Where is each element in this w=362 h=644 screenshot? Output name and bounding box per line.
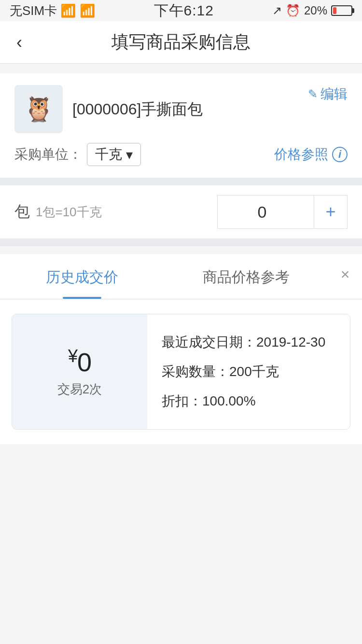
unit-package-icon: 包 <box>14 201 30 223</box>
carrier-text: 无SIM卡 📶 <box>10 2 76 19</box>
product-image: 🦉 <box>14 85 63 133</box>
price-ref-button[interactable]: 价格参照 i <box>274 145 348 164</box>
status-left: 无SIM卡 📶 📶 <box>10 2 95 19</box>
price-ref-label: 价格参照 <box>274 145 328 164</box>
unit-select[interactable]: 千克 ▾ <box>87 143 141 166</box>
qty-value: 200千克 <box>229 364 279 379</box>
nav-bar: ‹ 填写商品采购信息 <box>0 21 362 64</box>
tabs-header: 历史成交价 商品价格参考 × <box>0 254 362 299</box>
page-background <box>0 444 362 644</box>
tabs-content: ¥0 交易2次 最近成交日期：2019-12-30 采购数量：200千克 折扣：… <box>0 299 362 444</box>
status-right: ↗ ⏰ 20% <box>272 4 352 17</box>
battery-indicator <box>331 5 352 16</box>
wifi-icon: 📶 <box>80 3 95 18</box>
price-symbol: ¥ <box>68 346 77 366</box>
dropdown-arrow: ▾ <box>126 147 133 163</box>
unit-label-text: 采购单位： <box>14 145 82 164</box>
edit-label: 编辑 <box>320 85 348 103</box>
transaction-date-row: 最近成交日期：2019-12-30 <box>162 332 335 353</box>
quantity-row: 包 1包=10千克 + <box>0 185 362 238</box>
product-logo: 🦉 <box>24 95 54 123</box>
unit-description: 1包=10千克 <box>36 204 102 221</box>
quantity-plus-button[interactable]: + <box>314 195 348 229</box>
edit-icon: ✎ <box>308 87 318 101</box>
price-value: 0 <box>77 348 91 377</box>
product-name: [0000006]手撕面包 <box>72 98 203 120</box>
quantity-input[interactable] <box>217 195 314 229</box>
section-divider <box>0 178 362 185</box>
product-header: 🦉 [0000006]手撕面包 ✎ 编辑 <box>14 85 348 133</box>
status-bar: 无SIM卡 📶 📶 下午6:12 ↗ ⏰ 20% <box>0 0 362 21</box>
tabs-close-button[interactable]: × <box>328 266 362 287</box>
alarm-icon: ⏰ <box>286 4 300 17</box>
product-unit-row: 采购单位： 千克 ▾ 价格参照 i <box>14 143 348 166</box>
tabs-panel: 历史成交价 商品价格参考 × ¥0 交易2次 最近成交日期：2019-12-30… <box>0 254 362 444</box>
product-card: 🦉 [0000006]手撕面包 ✎ 编辑 采购单位： 千克 ▾ 价格参照 i <box>0 73 362 178</box>
quantity-input-group: + <box>217 195 348 229</box>
status-time: 下午6:12 <box>154 1 214 21</box>
transaction-right: 最近成交日期：2019-12-30 采购数量：200千克 折扣：100.00% <box>147 314 350 429</box>
unit-value: 千克 <box>95 145 122 164</box>
transaction-left: ¥0 交易2次 <box>12 314 147 429</box>
unit-label: 采购单位： 千克 ▾ <box>14 143 141 166</box>
qty-label: 采购数量： <box>162 364 229 379</box>
transaction-count: 交易2次 <box>57 381 102 398</box>
battery-percent: 20% <box>304 4 327 17</box>
location-icon: ↗ <box>272 4 282 17</box>
section-divider-2 <box>0 238 362 246</box>
discount-value: 100.00% <box>202 393 256 408</box>
quantity-label: 包 1包=10千克 <box>14 201 102 223</box>
date-value: 2019-12-30 <box>256 335 325 350</box>
discount-label: 折扣： <box>162 393 202 408</box>
transaction-discount-row: 折扣：100.00% <box>162 391 335 412</box>
back-button[interactable]: ‹ <box>12 28 27 57</box>
page-title: 填写商品采购信息 <box>111 30 251 54</box>
transaction-qty-row: 采购数量：200千克 <box>162 361 335 383</box>
tab-price-reference[interactable]: 商品价格参考 <box>164 254 328 299</box>
transaction-price: ¥0 <box>68 346 91 377</box>
tab-history-price[interactable]: 历史成交价 <box>0 254 164 299</box>
date-label: 最近成交日期： <box>162 335 256 350</box>
transaction-card: ¥0 交易2次 最近成交日期：2019-12-30 采购数量：200千克 折扣：… <box>12 314 350 430</box>
edit-button[interactable]: ✎ 编辑 <box>308 85 348 103</box>
info-icon: i <box>332 147 348 162</box>
product-left: 🦉 [0000006]手撕面包 <box>14 85 203 133</box>
